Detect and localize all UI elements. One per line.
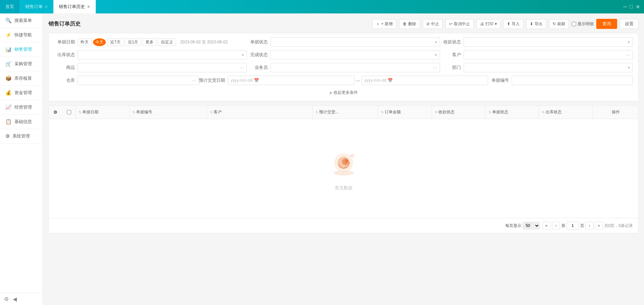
date-7days-btn[interactable]: 近7天: [107, 38, 124, 46]
th-customer[interactable]: ⇅ 客户: [207, 106, 312, 119]
tab-sales-order-history-close[interactable]: ✕: [87, 5, 90, 9]
doc-no-label: 单据编号: [488, 77, 512, 83]
next-page-button[interactable]: ›: [586, 222, 594, 230]
sidebar-base-info-label: 基础信息: [14, 119, 32, 125]
window-min-button[interactable]: ─: [623, 4, 627, 10]
delete-button[interactable]: 🗑 删除: [399, 19, 420, 29]
refresh-button[interactable]: ↻ 刷新: [549, 19, 569, 29]
sidebar-item-search[interactable]: 🔍 搜索菜单: [0, 13, 43, 28]
sidebar-item-system[interactable]: ⚙ 系统管理: [0, 129, 43, 144]
sidebar-item-quick-nav[interactable]: ⚡ 快捷导航: [0, 28, 43, 42]
doc-no-input[interactable]: [512, 76, 633, 85]
sidebar-settings-icon[interactable]: ⚙: [4, 296, 9, 302]
collapse-label: 收起更多条件: [334, 90, 358, 96]
display-detail-checkbox-label[interactable]: 显示明细: [572, 21, 594, 27]
sidebar-quick-nav-label: 快捷导航: [14, 32, 32, 38]
date-quick-buttons: 昨天 今天 近7天 近1月 更多 自定义: [78, 38, 176, 46]
th-settings[interactable]: ⚙: [49, 110, 62, 115]
th-outstatus[interactable]: ⇅ 出库状态: [539, 106, 593, 119]
calendar-end-icon: 📅: [388, 78, 393, 83]
cancel-stop-button[interactable]: ↩ 取消中止: [445, 19, 474, 29]
svg-point-4: [345, 159, 348, 163]
settings-button[interactable]: 设置: [620, 19, 639, 29]
refresh-label: 刷新: [557, 21, 565, 27]
out-status-label: 出库状态: [54, 52, 78, 58]
th-delivery-label: 预计交货...: [319, 109, 339, 115]
display-detail-label: 显示明细: [577, 21, 594, 27]
th-recstatus[interactable]: ⇅ 收款状态: [432, 106, 485, 119]
table-section: ⚙ ⇅ 单据日期 ⇅ 单据编号 ⇅ 客户 ⇅: [48, 105, 639, 233]
window-max-button[interactable]: □: [630, 4, 633, 10]
date-custom-btn[interactable]: 自定义: [158, 38, 176, 46]
sales-icon: 📊: [5, 46, 12, 52]
date-today-btn[interactable]: 今天: [93, 38, 106, 46]
prev-page-button[interactable]: ‹: [552, 222, 560, 230]
delivery-date-end-input[interactable]: yyyy-mm-dd 📅: [361, 76, 488, 85]
tab-sales-order[interactable]: 销售订单 ✕: [20, 0, 53, 13]
first-page-button[interactable]: «: [543, 222, 551, 230]
sidebar-item-operations[interactable]: 📈 经营管理: [0, 100, 43, 115]
tab-sales-order-history[interactable]: 销售订单历史 ✕: [53, 0, 96, 13]
display-detail-checkbox[interactable]: [572, 22, 576, 26]
out-status-select[interactable]: ▾: [78, 50, 247, 60]
date-range-display: 2023-06-02 至 2023-06-02: [180, 39, 227, 45]
goods-dots-icon: ···: [240, 65, 244, 70]
current-page-input[interactable]: [567, 222, 579, 230]
new-button[interactable]: ＋ + 新增: [372, 19, 396, 29]
sidebar-item-inventory[interactable]: 📦 库存核算: [0, 71, 43, 86]
date-1month-btn[interactable]: 近1月: [125, 38, 141, 46]
sidebar-item-purchase[interactable]: 🛒 采购管理: [0, 57, 43, 71]
window-close-button[interactable]: ✕: [636, 4, 640, 10]
date-more-btn[interactable]: 更多: [142, 38, 157, 46]
delivery-date-label: 预计交货日期: [199, 77, 228, 83]
payment-status-select[interactable]: ▾: [464, 37, 633, 47]
th-docstatus-label: 单据状态: [492, 109, 508, 115]
warehouse-dots-icon: ···: [192, 78, 196, 83]
th-amount[interactable]: ⇅ 订单金额: [378, 106, 432, 119]
tab-home[interactable]: 首页: [0, 0, 20, 13]
last-page-button[interactable]: »: [595, 222, 603, 230]
tab-sales-order-close[interactable]: ✕: [45, 5, 48, 9]
date-yesterday-btn[interactable]: 昨天: [78, 38, 92, 46]
page-title: 销售订单历史: [48, 21, 81, 28]
th-date-label: 单据日期: [82, 109, 98, 115]
page-label-prefix: 第: [561, 223, 565, 229]
per-page-select: 每页显示 50 100 200: [505, 222, 540, 229]
goods-input[interactable]: ···: [78, 63, 247, 72]
stop-icon: ⊘: [426, 22, 430, 26]
collapse-more-btn[interactable]: ∧ 收起更多条件: [54, 88, 633, 97]
query-button[interactable]: 查询: [596, 19, 617, 29]
empty-text: 暂无数据: [335, 185, 352, 191]
sidebar-item-finance[interactable]: 💰 资金管理: [0, 86, 43, 100]
th-delivery[interactable]: ⇅ 预计交货...: [312, 106, 378, 119]
sort-docstatus-icon: ⇅: [488, 110, 491, 114]
sidebar-collapse-icon[interactable]: ◀: [13, 296, 17, 302]
import-label: 导入: [512, 21, 520, 27]
th-docno[interactable]: ⇅ 单据编号: [129, 106, 207, 119]
sidebar-item-sales[interactable]: 📊 销售管理: [0, 42, 43, 57]
delivery-date-start-input[interactable]: yyyy-mm-dd 📅: [228, 76, 354, 85]
doc-status-select[interactable]: ▾: [270, 37, 440, 47]
filter-row-date: 单据日期 昨天 今天 近7天 近1月 更多 自定义 2023-06-02 至 2…: [54, 37, 633, 47]
th-checkbox[interactable]: [62, 110, 76, 114]
salesperson-input[interactable]: ···: [270, 63, 440, 72]
select-all-checkbox[interactable]: [67, 110, 71, 114]
th-docstatus[interactable]: ⇅ 单据状态: [485, 106, 539, 119]
import-button[interactable]: ⬆ 导入: [503, 19, 523, 29]
sidebar-item-base-info[interactable]: 📋 基础信息: [0, 115, 43, 129]
warehouse-input[interactable]: ···: [78, 76, 199, 85]
system-icon: ⚙: [5, 133, 10, 139]
per-page-dropdown[interactable]: 50 100 200: [523, 222, 540, 229]
complete-status-select[interactable]: ▾: [270, 50, 440, 60]
sidebar-system-label: 系统管理: [12, 133, 30, 139]
filter-goods: 商品 ···: [54, 63, 247, 72]
th-date[interactable]: ⇅ 单据日期: [76, 106, 129, 119]
customer-input[interactable]: ···: [464, 50, 633, 60]
stop-button[interactable]: ⊘ 中止: [423, 19, 443, 29]
complete-status-arrow-icon: ▾: [435, 53, 437, 57]
new-icon: ＋: [376, 21, 380, 27]
print-button[interactable]: 🖨 打印 ▾: [476, 19, 501, 29]
goods-label: 商品: [54, 65, 78, 71]
export-button[interactable]: ⬇ 导出: [526, 19, 546, 29]
dept-select[interactable]: ▾: [464, 63, 633, 72]
